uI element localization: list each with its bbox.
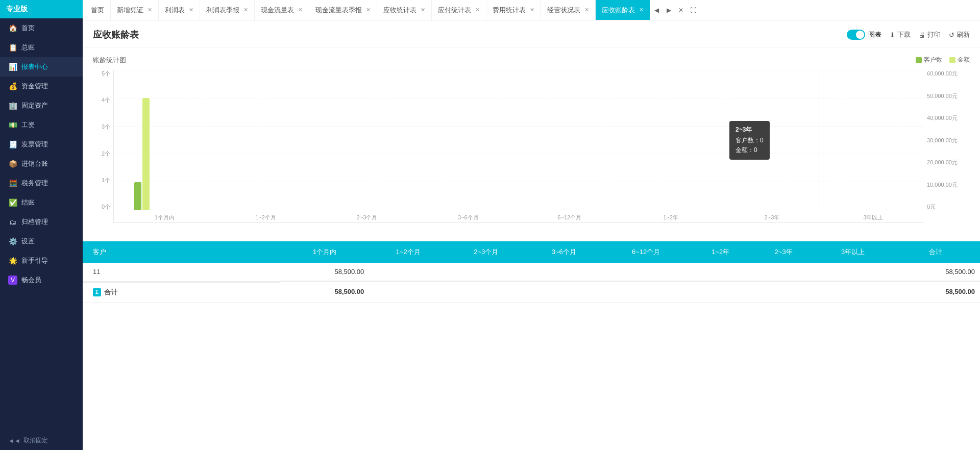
salary-icon: 💵	[8, 120, 17, 130]
total-month6-12	[603, 281, 689, 302]
col-month2-3: 2~3个月	[447, 241, 525, 263]
cell-customer: 11	[83, 263, 280, 281]
legend-customer: 客户数	[916, 56, 942, 64]
sidebar-item-report[interactable]: 📊 报表中心	[0, 57, 83, 77]
sidebar-item-home[interactable]: 🏠 首页	[0, 18, 83, 38]
legend-customer-label: 客户数	[924, 56, 942, 64]
tab-close-cashflow[interactable]: ✕	[298, 7, 303, 13]
tab-close-cashflow-quarter[interactable]: ✕	[366, 7, 371, 13]
table-row: 11 58,500.00 58,500.00	[83, 263, 980, 281]
sidebar-item-settings[interactable]: ⚙️ 设置	[0, 232, 83, 251]
cell-year2-3	[752, 263, 815, 281]
tab-close-operation[interactable]: ✕	[584, 7, 589, 13]
sidebar: 专业版 🏠 首页 📋 总账 📊 报表中心 💰 资金管理 🏢 固定资产 💵 工资 …	[0, 0, 83, 450]
aging-table: 客户 1个月内 1~2个月 2~3个月 3~6个月 6~12个月 1~2年 2~…	[83, 241, 980, 303]
y-axis-left: 5个 4个 3个 2个 1个 0个	[93, 70, 113, 223]
invoice-icon: 🧾	[8, 140, 17, 149]
toggle-track[interactable]	[847, 30, 865, 40]
tab-voucher[interactable]: 新增凭证 ✕	[111, 0, 159, 20]
sidebar-item-tax[interactable]: 🧮 税务管理	[0, 173, 83, 193]
home-icon: 🏠	[8, 23, 17, 33]
chart-col-0: 1个月内	[114, 70, 215, 210]
col-month3-6: 3~6个月	[525, 241, 603, 263]
sidebar-item-label: 新手引导	[21, 256, 48, 265]
sidebar-item-label: 资金管理	[21, 82, 48, 91]
sidebar-item-label: 进销台账	[21, 159, 48, 168]
tab-cashflow[interactable]: 现金流量表 ✕	[255, 0, 309, 20]
tab-close-all[interactable]: ✕	[675, 4, 687, 16]
col-customer: 客户	[83, 241, 280, 263]
total-year1-2	[689, 281, 752, 302]
guide-icon: 🌟	[8, 256, 17, 265]
tab-operation[interactable]: 经营状况表 ✕	[541, 0, 596, 20]
sidebar-item-fund[interactable]: 💰 资金管理	[0, 77, 83, 96]
tab-close-voucher[interactable]: ✕	[148, 7, 152, 13]
tab-aging[interactable]: 应收账龄表 ✕	[596, 0, 650, 20]
tab-nav-right[interactable]: ▶	[663, 4, 675, 16]
sidebar-item-ledger[interactable]: 📋 总账	[0, 38, 83, 57]
sidebar-item-label: 归档管理	[21, 217, 48, 227]
download-button[interactable]: ⬇ 下载	[890, 30, 911, 39]
chart-toggle[interactable]: 图表	[847, 30, 881, 40]
chart-title: 账龄统计图	[93, 56, 970, 65]
tab-close-profit-quarter[interactable]: ✕	[243, 7, 248, 13]
tab-payable-stat[interactable]: 应付统计表 ✕	[432, 0, 486, 20]
table-header-row: 客户 1个月内 1~2个月 2~3个月 3~6个月 6~12个月 1~2年 2~…	[83, 241, 980, 263]
chart-col-4: 6~12个月	[519, 70, 620, 210]
sidebar-item-asset[interactable]: 🏢 固定资产	[0, 96, 83, 115]
tab-home[interactable]: 首页	[85, 0, 111, 20]
sidebar-item-label: 发票管理	[21, 140, 48, 149]
sidebar-item-invoice[interactable]: 🧾 发票管理	[0, 135, 83, 154]
col-year2-3: 2~3年	[752, 241, 815, 263]
tab-expense-stat[interactable]: 费用统计表 ✕	[486, 0, 541, 20]
table-total-row: Σ 合计 58,500.00 58,500.00	[83, 281, 980, 302]
sidebar-item-label: 畅会员	[21, 276, 41, 285]
tab-close-aging[interactable]: ✕	[639, 7, 644, 13]
member-icon: V	[8, 276, 17, 285]
refresh-button[interactable]: ↺ 刷新	[949, 30, 970, 39]
legend-amount-label: 金额	[958, 56, 970, 64]
legend-amount-dot	[949, 57, 955, 63]
sidebar-item-archive[interactable]: 🗂 归档管理	[0, 212, 83, 232]
cell-year1-2	[689, 263, 752, 281]
tab-expand[interactable]: ⛶	[687, 4, 699, 16]
tab-close-expense-stat[interactable]: ✕	[530, 7, 534, 13]
print-button[interactable]: 🖨 打印	[919, 30, 941, 39]
total-text: 合计	[104, 288, 117, 297]
y-axis-right: 60,000.00元 50,000.00元 40,000.00元 30,000.…	[924, 70, 970, 223]
app-logo: 专业版	[0, 0, 83, 18]
tab-bar: 首页 新增凭证 ✕ 利润表 ✕ 利润表季报 ✕ 现金流量表 ✕ 现金流量表季报 …	[83, 0, 980, 20]
chart-col-1: 1~2个月	[215, 70, 316, 210]
sidebar-item-stock[interactable]: 📦 进销台账	[0, 154, 83, 173]
tab-profit[interactable]: 利润表 ✕	[159, 0, 200, 20]
bar-customer-0	[134, 182, 141, 210]
toggle-label: 图表	[868, 30, 881, 39]
tab-nav-left[interactable]: ◀	[650, 4, 663, 16]
tab-receivable-stat[interactable]: 应收统计表 ✕	[377, 0, 432, 20]
toggle-thumb	[856, 31, 864, 39]
sidebar-item-member[interactable]: V 畅会员	[0, 270, 83, 290]
table-container: 客户 1个月内 1~2个月 2~3个月 3~6个月 6~12个月 1~2年 2~…	[83, 241, 980, 303]
col-month6-12: 6~12个月	[603, 241, 689, 263]
sidebar-item-label: 工资	[21, 120, 35, 130]
tab-close-receivable-stat[interactable]: ✕	[421, 7, 425, 13]
tab-close-payable-stat[interactable]: ✕	[475, 7, 480, 13]
sidebar-pin-toggle[interactable]: ◄◄ 取消固定	[0, 431, 83, 450]
stock-icon: 📦	[8, 159, 17, 168]
archive-icon: 🗂	[8, 217, 17, 227]
total-icon: Σ	[93, 288, 101, 296]
cell-month2-3	[447, 263, 525, 281]
sidebar-item-guide[interactable]: 🌟 新手引导	[0, 251, 83, 270]
sidebar-item-salary[interactable]: 💵 工资	[0, 115, 83, 135]
pin-icon: ◄◄	[8, 437, 20, 444]
chart-col-5: 1~2年	[620, 70, 721, 210]
download-icon: ⬇	[890, 31, 895, 39]
chart-col-2: 2~3个月	[316, 70, 418, 210]
col-month1: 1个月内	[280, 241, 370, 263]
tab-close-profit[interactable]: ✕	[189, 7, 193, 13]
asset-icon: 🏢	[8, 101, 17, 110]
sidebar-item-settle[interactable]: ✅ 结账	[0, 193, 83, 212]
tab-profit-quarter[interactable]: 利润表季报 ✕	[200, 0, 255, 20]
tab-cashflow-quarter[interactable]: 现金流量表季报 ✕	[309, 0, 377, 20]
col-month1-2: 1~2个月	[369, 241, 447, 263]
